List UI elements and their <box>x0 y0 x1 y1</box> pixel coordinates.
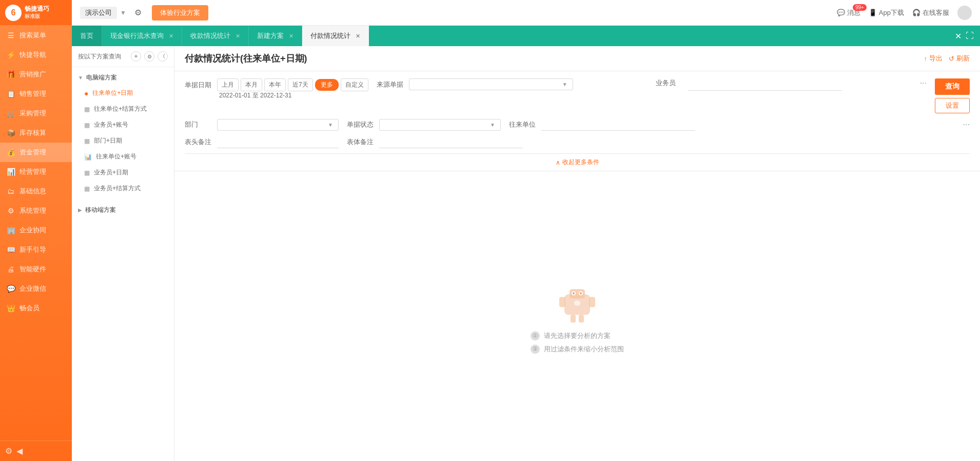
sidebar-item-member[interactable]: 👑 畅会员 <box>0 298 72 318</box>
filter-date-group: 单据日期 上月 本月 本年 近7天 更多 自定义 2022-01-01 至 20… <box>185 78 368 100</box>
sidebar-settings-icon[interactable]: ⚙ <box>5 446 12 456</box>
salesman-more-icon[interactable]: ··· <box>920 78 927 88</box>
svg-rect-1 <box>559 297 565 307</box>
scheme-item-dept-date[interactable]: ▦ 部门+日期 <box>72 133 174 149</box>
tab-bank-flow-close[interactable]: ✕ <box>169 33 173 39</box>
tab-payment-stats[interactable]: 付款情况统计 ✕ <box>302 26 369 46</box>
source-select-arrow: ▼ <box>562 82 567 87</box>
scheme-add-button[interactable]: + <box>131 51 141 62</box>
header-note-input[interactable] <box>217 136 339 148</box>
empty-tip-2: ② 用过滤条件来缩小分析范围 <box>531 345 624 354</box>
scheme-item-salesman-settlement[interactable]: ▦ 业务员+结算方式 <box>72 181 174 196</box>
scheme-item-salesman-account[interactable]: ▦ 业务员+账号 <box>72 117 174 133</box>
sidebar-item-system[interactable]: ⚙ 系统管理 <box>0 201 72 221</box>
partner-input[interactable] <box>541 118 695 131</box>
app-download-icon: 📱 <box>869 9 877 16</box>
user-avatar[interactable] <box>957 6 972 20</box>
sidebar-item-sales[interactable]: 📋 销售管理 <box>0 84 72 104</box>
refresh-button[interactable]: ↺ 刷新 <box>949 54 970 63</box>
tab-receipt-stats-close[interactable]: ✕ <box>236 33 240 39</box>
sidebar-item-quick-nav[interactable]: ⚡ 快捷导航 <box>0 45 72 65</box>
date-more-btn[interactable]: 更多 <box>315 79 339 91</box>
sidebar-item-basic[interactable]: 🗂 基础信息 <box>0 182 72 201</box>
filter-dept-group: 部门 ▼ <box>185 119 339 131</box>
tab-payment-stats-close[interactable]: ✕ <box>356 33 360 39</box>
sidebar-item-label-enterprise: 企业协同 <box>19 226 46 235</box>
sidebar-item-label-inventory: 库存核算 <box>19 128 46 137</box>
date-7days-btn[interactable]: 近7天 <box>288 78 313 91</box>
sidebar-item-marketing[interactable]: 🎁 营销推广 <box>0 65 72 84</box>
sidebar-item-finance[interactable]: 💰 资金管理 <box>0 143 72 162</box>
partner-label: 往来单位 <box>509 120 537 129</box>
query-button[interactable]: 查询 <box>935 78 970 95</box>
tab-close-all-icon[interactable]: ✕ <box>955 31 962 41</box>
sidebar-item-operations[interactable]: 📊 经营管理 <box>0 162 72 182</box>
tab-receipt-stats[interactable]: 收款情况统计 ✕ <box>182 26 249 46</box>
scheme-item-partner-account[interactable]: 📊 往来单位+账号 <box>72 149 174 165</box>
sidebar-item-guide[interactable]: 📖 新手引导 <box>0 240 72 259</box>
topbar-settings-icon[interactable]: ⚙ <box>134 8 142 17</box>
company-selector[interactable]: 演示公司 ▼ <box>80 7 126 19</box>
svg-rect-8 <box>571 315 576 323</box>
tip-text-2: 用过滤条件来缩小分析范围 <box>544 345 624 354</box>
scheme-group-mobile-title[interactable]: ▶ 移动端方案 <box>72 203 174 217</box>
dept-select[interactable]: ▼ <box>217 119 339 131</box>
date-last-month-btn[interactable]: 上月 <box>217 78 239 91</box>
date-this-month-btn[interactable]: 本月 <box>241 78 262 91</box>
sidebar-item-label-purchase: 采购管理 <box>19 109 46 118</box>
message-button[interactable]: 💬 消息 99+ <box>837 8 860 17</box>
main-content: 演示公司 ▼ ⚙ 体验行业方案 💬 消息 99+ 📱 App下载 🎧 在线客服 … <box>72 0 980 461</box>
date-this-year-btn[interactable]: 本年 <box>264 78 286 91</box>
export-button[interactable]: ↑ 导出 <box>924 54 943 63</box>
source-select[interactable]: ▼ <box>409 78 573 90</box>
online-service-button[interactable]: 🎧 在线客服 <box>912 8 949 17</box>
tab-new-scheme-close[interactable]: ✕ <box>289 33 293 39</box>
right-panel: 付款情况统计(往来单位+日期) ↑ 导出 ↺ 刷新 <box>174 46 980 461</box>
empty-illustration <box>549 279 605 325</box>
sidebar-item-hardware[interactable]: 🖨 智能硬件 <box>0 259 72 279</box>
filter-row-1: 单据日期 上月 本月 本年 近7天 更多 自定义 2022-01-01 至 20… <box>185 78 970 113</box>
scheme-item-salesman-date[interactable]: ▦ 业务员+日期 <box>72 165 174 181</box>
sidebar-item-wechat[interactable]: 💬 企业微信 <box>0 279 72 298</box>
svg-rect-2 <box>589 297 595 307</box>
scheme-item-partner-settlement[interactable]: ▦ 往来单位+结算方式 <box>72 101 174 117</box>
date-options: 上月 本月 本年 近7天 更多 自定义 2022-01-01 至 2022-12… <box>217 78 368 100</box>
sidebar-item-inventory[interactable]: 📦 库存核算 <box>0 123 72 143</box>
empty-tips: ① 请先选择要分析的方案 ② 用过滤条件来缩小分析范围 <box>531 331 624 354</box>
body-note-input[interactable] <box>379 136 523 148</box>
scheme-group-desktop-title[interactable]: ▼ 电脑端方案 <box>72 70 174 85</box>
filter-row-2: 部门 ▼ 单据状态 ▼ 往来单位 <box>185 118 970 131</box>
company-dropdown-icon: ▼ <box>120 9 126 16</box>
sidebar-collapse-icon[interactable]: ◀ <box>16 446 23 456</box>
app-download-button[interactable]: 📱 App下载 <box>869 8 904 17</box>
tab-fullscreen-icon[interactable]: ⛶ <box>966 31 974 41</box>
filter-header-note-group: 表头备注 <box>185 136 339 148</box>
collapse-label: 收起更多条件 <box>562 158 599 167</box>
sidebar-item-label-quick-nav: 快捷导航 <box>19 50 46 59</box>
tip-text-1: 请先选择要分析的方案 <box>544 331 611 340</box>
partner-more-icon[interactable]: ··· <box>963 120 970 129</box>
tab-new-scheme[interactable]: 新建方案 ✕ <box>249 26 302 46</box>
tab-bank-flow-label: 现金银行流水查询 <box>110 31 164 41</box>
trial-button[interactable]: 体验行业方案 <box>152 5 208 21</box>
date-custom-btn[interactable]: 自定义 <box>341 78 368 91</box>
scheme-collapse-button[interactable]: 《 <box>158 51 168 62</box>
sidebar-item-search-menu[interactable]: ☰ 搜索菜单 <box>0 26 72 45</box>
salesman-input[interactable] <box>688 78 842 91</box>
dept-label: 部门 <box>185 120 213 129</box>
filter-settings-button[interactable]: 设置 <box>935 98 970 113</box>
tab-home[interactable]: 首页 <box>72 26 102 46</box>
docstatus-select[interactable]: ▼ <box>379 119 501 131</box>
page-header-actions: ↑ 导出 ↺ 刷新 <box>924 54 970 63</box>
tab-bank-flow[interactable]: 现金银行流水查询 ✕ <box>102 26 182 46</box>
company-name[interactable]: 演示公司 <box>80 7 117 19</box>
scheme-settings-button[interactable]: ⚙ <box>144 51 154 62</box>
left-panel-header: 按以下方案查询 + ⚙ 《 <box>72 46 174 67</box>
scheme-group-mobile-label: 移动端方案 <box>85 206 116 214</box>
sidebar-item-enterprise[interactable]: 🏢 企业协同 <box>0 221 72 240</box>
sidebar-item-purchase[interactable]: 🛒 采购管理 <box>0 104 72 123</box>
body-note-label: 表体备注 <box>347 137 375 147</box>
collapse-bar[interactable]: ∧ 收起更多条件 <box>185 153 970 171</box>
scheme-item-partner-date[interactable]: ● 往来单位+日期 <box>72 85 174 101</box>
scheme-group-mobile-arrow: ▶ <box>78 207 82 213</box>
